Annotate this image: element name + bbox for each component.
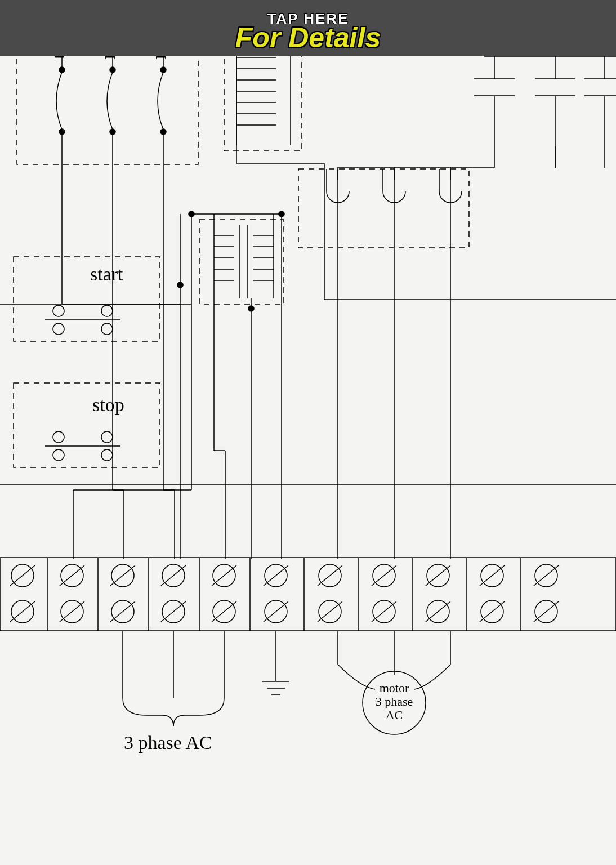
overload-symbols: [327, 167, 462, 248]
svg-point-12: [110, 129, 115, 135]
svg-point-95: [53, 323, 64, 335]
stop-label: stop: [92, 394, 124, 416]
svg-point-11: [110, 67, 115, 73]
stop-button-enclosure: [14, 383, 160, 467]
start-label: start: [90, 264, 123, 285]
svg-point-93: [53, 305, 64, 316]
schematic-diagram: [0, 0, 616, 865]
svg-point-101: [101, 449, 113, 461]
motor-label: motor 3 phase AC: [372, 681, 417, 723]
svg-rect-105: [0, 558, 616, 631]
svg-point-96: [101, 323, 113, 335]
start-button-enclosure: [14, 257, 160, 341]
svg-point-100: [53, 449, 64, 461]
start-button-icon: [45, 305, 120, 335]
contactor-contacts: [474, 56, 616, 168]
svg-point-99: [101, 431, 113, 443]
banner-line2: For Details: [0, 24, 616, 52]
source-label: 3 phase AC: [124, 732, 212, 753]
stop-button-icon: [45, 431, 120, 461]
svg-point-98: [53, 431, 64, 443]
svg-point-17: [160, 67, 166, 73]
svg-rect-46: [199, 220, 284, 304]
svg-point-8: [59, 129, 65, 135]
coil-pair: [214, 225, 274, 298]
terminal-strip: [0, 558, 616, 631]
svg-point-7: [59, 67, 65, 73]
svg-point-18: [160, 129, 166, 135]
ad-banner[interactable]: TAP HERE For Details: [0, 0, 616, 56]
svg-point-94: [101, 305, 113, 316]
